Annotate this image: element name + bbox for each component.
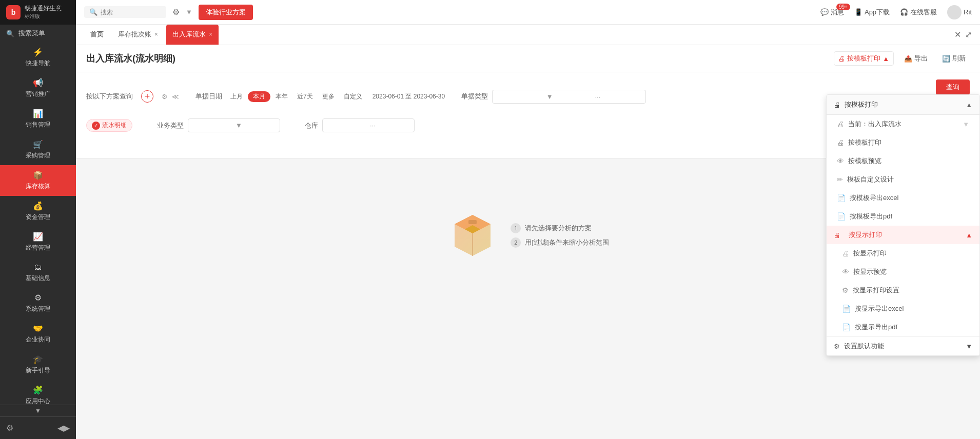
tab-inventory-batch-close[interactable]: ×	[154, 31, 158, 38]
display-excel-label: 按显示导出excel	[855, 304, 969, 313]
topbar-gear-icon[interactable]: ⚙	[172, 7, 180, 17]
filter-collapse-icon[interactable]: ≪	[172, 93, 179, 101]
sidebar-item-finance[interactable]: 💰 资金管理	[0, 196, 76, 227]
display-excel-icon: 📄	[842, 305, 851, 313]
sidebar-item-marketing[interactable]: 📢 营销推广	[0, 73, 76, 104]
message-badge: 99+	[836, 4, 850, 10]
sidebar-item-system[interactable]: ⚙ 系统管理	[0, 288, 76, 318]
filter-settings-icon[interactable]: ⚙	[162, 93, 168, 101]
date-option-last-month[interactable]: 上月	[226, 91, 247, 102]
dropdown-item-display-print[interactable]: 🖨 按显示打印	[827, 244, 979, 263]
window-close-button[interactable]: ✕	[954, 30, 961, 39]
export-button[interactable]: 📤 导出	[900, 52, 932, 65]
export-icon: 📤	[904, 55, 912, 63]
settings-icon[interactable]: ⚙	[6, 423, 13, 433]
marketing-icon: 📢	[33, 78, 43, 88]
template-design-label: 模板自定义设计	[847, 175, 969, 184]
chevron-up-icon: ▲	[883, 55, 889, 63]
dropdown-item-template-print[interactable]: 🖨 按模板打印	[827, 133, 979, 152]
sidebar-item-guide[interactable]: 🎓 新手引导	[0, 349, 76, 380]
sidebar-item-sales[interactable]: 📊 销售管理	[0, 104, 76, 134]
business-type-arrow: ▼	[236, 122, 275, 129]
template-preview-icon: 👁	[837, 157, 844, 165]
dropdown-footer[interactable]: ⚙ 设置默认功能 ▼	[827, 336, 979, 355]
scroll-down-arrow[interactable]: ▼	[35, 407, 41, 414]
window-expand-button[interactable]: ⤢	[965, 30, 972, 39]
filter-scheme-label: 按以下方案查询	[86, 92, 133, 101]
business-type-select[interactable]: ▼	[188, 118, 280, 132]
current-arrow: ▼	[963, 121, 969, 128]
sidebar-label-basic-info: 基础信息	[26, 274, 50, 283]
template-excel-icon: 📄	[837, 194, 846, 202]
template-print-item-label: 按模板打印	[848, 138, 969, 147]
collapse-icon[interactable]: ◀▶	[57, 423, 70, 433]
dropdown-item-template-pdf[interactable]: 📄 按模板导出pdf	[827, 207, 979, 226]
warehouse-more[interactable]: ···	[370, 122, 409, 129]
topbar-message[interactable]: 💬 消息 99+	[820, 8, 844, 17]
service-icon: 🎧	[900, 8, 908, 16]
tab-inventory-flow-label: 出入库流水	[172, 30, 206, 39]
date-filter-group: 单据日期 上月 本月 本年 近7天 更多 自定义 2023-06-01 至 20…	[195, 91, 445, 102]
date-option-custom[interactable]: 自定义	[340, 91, 366, 102]
tab-inventory-flow-close[interactable]: ×	[209, 31, 212, 38]
inventory-icon: 📦	[33, 170, 43, 180]
page-title: 出入库流水(流水明细)	[86, 52, 175, 65]
dropdown-item-display-excel[interactable]: 📄 按显示导出excel	[827, 300, 979, 318]
date-option-7days[interactable]: 近7天	[293, 91, 317, 102]
sidebar-item-cooperation[interactable]: 🤝 企业协同	[0, 318, 76, 349]
doc-type-arrow: ▼	[546, 93, 592, 101]
dropdown-item-template-excel[interactable]: 📄 按模板导出excel	[827, 189, 979, 207]
topbar-search-input[interactable]	[101, 9, 152, 16]
topbar-user[interactable]: Rit	[947, 5, 972, 19]
dropdown-close-arrow[interactable]: ▲	[966, 101, 972, 109]
sidebar-item-operations[interactable]: 📈 经营管理	[0, 227, 76, 257]
date-option-this-year[interactable]: 本年	[271, 91, 292, 102]
sidebar-item-basic-info[interactable]: 🗂 基础信息	[0, 257, 76, 288]
tab-inventory-batch[interactable]: 库存批次账 ×	[112, 25, 164, 45]
empty-steps: 1 请先选择要分析的方案 2 用[过滤]条件来缩小分析范围	[511, 223, 609, 248]
trial-button[interactable]: 体验行业方案	[199, 5, 253, 20]
topbar-online-service[interactable]: 🎧 在线客服	[900, 8, 937, 17]
sidebar-label-sales: 销售管理	[26, 121, 50, 129]
doc-type-select[interactable]: ▼ ···	[492, 90, 646, 104]
display-print-section-icon: 🖨	[834, 231, 840, 239]
sidebar-item-purchase[interactable]: 🛒 采购管理	[0, 134, 76, 165]
active-filter-tag[interactable]: ✓ 流水明细	[86, 119, 132, 132]
dropdown-item-display-preview[interactable]: 👁 按显示预览	[827, 263, 979, 281]
system-icon: ⚙	[34, 293, 42, 303]
logo-icon: b	[6, 5, 21, 19]
svg-rect-4	[468, 220, 477, 224]
dropdown-current[interactable]: 🖨 当前：出入库流水 ▼	[827, 115, 979, 133]
page-actions: 🖨 按模板打印 ▲ 📤 导出 🔄 刷新	[834, 51, 970, 66]
tab-home[interactable]: 首页	[84, 25, 110, 45]
warehouse-select[interactable]: ···	[322, 118, 415, 132]
date-option-this-month[interactable]: 本月	[248, 91, 270, 102]
topbar-dropdown-arrow[interactable]: ▼	[186, 8, 192, 16]
refresh-label: 刷新	[952, 54, 966, 63]
sidebar-item-app-center[interactable]: 🧩 应用中心	[0, 380, 76, 405]
active-filter-label: 流水明细	[102, 121, 127, 130]
topbar-search-box[interactable]: 🔍	[84, 6, 166, 18]
date-option-more[interactable]: 更多	[318, 91, 339, 102]
dropdown-item-display-pdf[interactable]: 📄 按显示导出pdf	[827, 318, 979, 336]
topbar-app-download[interactable]: 📱 App下载	[854, 8, 890, 17]
template-print-button[interactable]: 🖨 按模板打印 ▲	[834, 51, 894, 66]
display-preview-label: 按显示预览	[853, 267, 969, 276]
sidebar-search[interactable]: 🔍 搜索菜单	[0, 25, 76, 42]
dropdown-section-display[interactable]: 🖨 按显示打印 ▲	[827, 226, 979, 244]
export-label: 导出	[914, 54, 928, 63]
dropdown-item-template-design[interactable]: ✏ 模板自定义设计	[827, 170, 979, 189]
sidebar-label-quick-nav: 快捷导航	[26, 59, 50, 68]
sidebar-item-inventory[interactable]: 📦 库存核算	[0, 165, 76, 196]
tab-inventory-flow[interactable]: 出入库流水 ×	[166, 25, 219, 45]
app-logo: b 畅捷通好生意 标准版	[0, 0, 76, 25]
refresh-button[interactable]: 🔄 刷新	[938, 52, 970, 65]
step-2-text: 用[过滤]条件来缩小分析范围	[525, 238, 609, 247]
sidebar-item-quick-nav[interactable]: ⚡ 快捷导航	[0, 42, 76, 73]
dropdown-item-template-preview[interactable]: 👁 按模板预览	[827, 152, 979, 170]
doc-type-more[interactable]: ···	[595, 93, 640, 101]
dropdown-item-display-settings[interactable]: ⚙ 按显示打印设置	[827, 281, 979, 300]
filter-add-button[interactable]: +	[141, 90, 153, 103]
query-button[interactable]: 查询	[936, 79, 970, 95]
display-settings-label: 按显示打印设置	[853, 286, 969, 295]
